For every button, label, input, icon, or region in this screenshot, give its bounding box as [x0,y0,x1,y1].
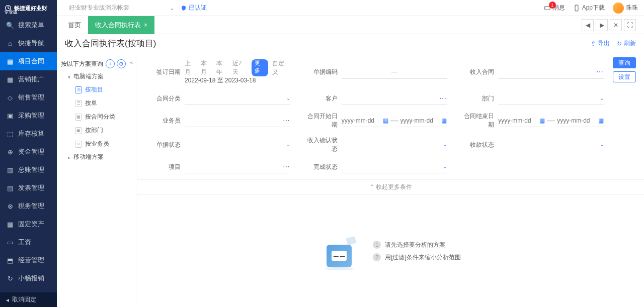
more-icon[interactable]: ⋯ [283,117,290,125]
select-receipt-status[interactable]: ⌄ [498,138,604,151]
caret-icon [68,73,70,80]
filter-sign-date: 签订日期 上月 本月 本年 近7天 更多 自定义 2022-09-18 至 20… [145,59,290,85]
add-scheme-button[interactable]: + [106,59,115,68]
filter-area: 查询 设置 签订日期 上月 本月 本年 近7天 更多 [137,53,644,307]
building-icon: ▦ [6,220,14,228]
top-header: 畅捷通好业财 专业版 好业财专业版演示帐套 ⌄ 已认证 消息 1 App下载 珠… [0,0,644,16]
chevron-down-icon: ⌄ [600,142,604,147]
input-project[interactable]: ⋯ [185,160,290,173]
tabs-bar: 首页 收入合同执行表 × ◀ ▶ ✕ ⛶ [57,16,644,34]
date-tab-thisyear[interactable]: 本年 [216,59,228,76]
sidebar-item-finance[interactable]: ⊕资金管理 [0,143,57,161]
calendar-icon: ▦ [539,117,545,124]
filter-department: 部门 ⌄ [459,92,604,105]
date-range-text: 2022-09-18 至 2023-03-18 [185,76,290,85]
app-download-button[interactable]: App下载 [573,4,605,12]
chevron-down-icon: ⌄ [170,5,175,12]
step-number: 2 [373,253,381,261]
close-icon[interactable]: × [144,22,147,29]
select-department[interactable]: ⌄ [498,92,604,105]
sidebar-item-expense[interactable]: ↻小畅报销 [0,269,57,287]
tree-group-mobile[interactable]: 移动端方案 [61,151,133,163]
tree-leaf-type[interactable]: ▦按合同分类 [61,110,133,124]
sidebar-item-tax[interactable]: ⊗税务管理 [0,197,57,215]
search-icon: 🔍 [6,21,14,29]
list-icon: ☰ [75,100,82,107]
shield-icon [181,5,187,11]
scheme-settings-button[interactable]: ⚙ [117,59,126,68]
more-icon[interactable]: ⋯ [596,68,604,76]
tab-next-button[interactable]: ▶ [596,19,608,31]
cart-icon: ◇ [6,93,14,101]
date-tab-7days[interactable]: 近7天 [232,59,248,76]
filter-salesman: 业务员 ⋯ [145,112,290,129]
tree-group-desktop[interactable]: 电脑端方案 [61,70,133,83]
calendar-icon: ▦ [441,117,447,124]
select-contract-type[interactable]: ⌄ [185,92,290,105]
tree-leaf-dept[interactable]: ▣按部门 [61,124,133,137]
more-icon[interactable]: ⋯ [439,94,447,103]
date-tab-more[interactable]: 更多 [252,59,269,76]
filter-contract-type: 合同分类 ⌄ [145,92,290,105]
export-button[interactable]: ⇪ 导出 [591,39,610,48]
calendar-icon: ▦ [383,117,388,124]
collapse-panel-button[interactable]: « [130,59,133,68]
select-complete-status[interactable]: ⌄ [342,160,447,173]
sidebar-item-management[interactable]: ⬒经营管理 [0,251,57,269]
label-end-date: 合同结束日期 [459,112,494,129]
tab-prev-button[interactable]: ◀ [582,19,594,31]
sidebar-item-asset[interactable]: ▦固定资产 [0,215,57,233]
sidebar-item-search[interactable]: 🔍搜索菜单 [0,16,57,34]
input-end-date-from[interactable]: ▦ [498,114,545,127]
tree-leaf-doc[interactable]: ☰按单 [61,96,133,110]
msg-badge: 1 [549,2,556,9]
input-customer[interactable]: ⋯ [342,92,447,105]
messages-button[interactable]: 消息 1 [544,4,565,12]
logo-text: 畅捷通好业财 [14,5,47,12]
collapse-filters-button[interactable]: ⌃ 收起更多条件 [137,179,644,195]
sidebar-item-purchase[interactable]: ▣采购管理 [0,107,57,125]
input-income-contract[interactable]: ⋯ [498,66,604,79]
input-doc-no[interactable]: — [342,66,447,79]
sidebar-item-contract[interactable]: ▤项目合同 [0,52,57,70]
tree-leaf-salesman[interactable]: ☺按业务员 [61,137,133,151]
refresh-button[interactable]: ↻ 刷新 [617,39,636,48]
input-start-date-to[interactable]: ▦ [400,114,447,127]
input-start-date-from[interactable]: ▦ [342,114,388,127]
sidebar-item-invoice[interactable]: ▤发票管理 [0,179,57,197]
tab-income-contract[interactable]: 收入合同执行表 × [88,16,154,34]
date-separator: — [547,116,555,125]
account-select[interactable]: 好业财专业版演示帐套 ⌄ [69,4,175,12]
empty-steps: 1请先选择要分析的方案 2用[过滤]条件来缩小分析范围 [373,241,461,262]
sidebar-item-marketing[interactable]: ▦营销推广 [0,70,57,88]
sidebar-item-quicknav[interactable]: ⌂快捷导航 [0,34,57,52]
sidebar-item-ledger[interactable]: ▥总账管理 [0,161,57,179]
input-salesman[interactable]: ⋯ [185,114,290,127]
tree-leaf-project[interactable]: ◎按项目 [61,83,133,96]
user-menu[interactable]: 珠珠 [613,3,638,14]
sidebar-item-sales[interactable]: ◇销售管理 [0,88,57,107]
label-doc-no: 单据编码 [302,68,338,76]
select-doc-status[interactable]: ⌄ [185,138,290,151]
filter-income-contract: 收入合同 ⋯ [459,59,604,85]
tab-close-all-button[interactable]: ✕ [610,19,622,31]
title-actions: ⇪ 导出 ↻ 刷新 [591,39,636,48]
date-tab-lastmonth[interactable]: 上月 [185,59,197,76]
input-end-date-to[interactable]: ▦ [557,114,604,127]
sidebar-item-salary[interactable]: ▭工资 [0,233,57,251]
date-tab-custom[interactable]: 自定义 [272,59,290,76]
tab-fullscreen-button[interactable]: ⛶ [624,19,636,31]
app-label: App下载 [582,4,605,12]
more-icon[interactable]: ⋯ [283,163,290,171]
date-tab-thismonth[interactable]: 本月 [201,59,213,76]
tab-home[interactable]: 首页 [61,16,88,34]
sidebar-item-inventory[interactable]: ⬚库存核算 [0,125,57,143]
select-income-status[interactable]: ⌄ [342,138,447,151]
filter-receipt-status: 收款状态 ⌄ [459,136,604,153]
label-doc-status: 单据状态 [145,141,181,149]
filter-income-status: 收入确认状态 ⌄ [302,136,447,153]
sidebar-unpin[interactable]: ◂ 取消固定 [0,292,57,307]
caret-icon [68,154,70,161]
filter-doc-status: 单据状态 ⌄ [145,136,290,153]
chevron-up-icon: ⌃ [369,183,374,190]
